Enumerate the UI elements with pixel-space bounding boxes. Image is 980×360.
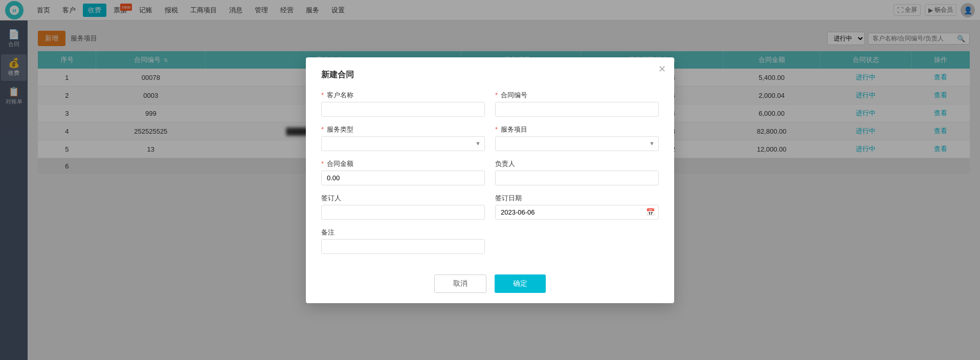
modal-close-button[interactable]: ✕ xyxy=(658,65,666,74)
sign-date-input[interactable] xyxy=(495,205,659,220)
service-item-label: * 服务项目 xyxy=(495,125,659,134)
remark-input[interactable] xyxy=(321,239,485,254)
form-group-service-item: * 服务项目 ▼ xyxy=(495,125,659,151)
sign-date-wrapper: 📅 xyxy=(495,205,659,220)
service-item-select-wrapper: ▼ xyxy=(495,136,659,151)
service-item-select[interactable] xyxy=(495,136,659,151)
amount-input[interactable] xyxy=(321,171,485,185)
new-contract-modal: 新建合同 ✕ * 客户名称 * 合同编号 xyxy=(306,57,674,303)
service-type-label: * 服务类型 xyxy=(321,125,485,134)
form-group-amount: * 合同金额 xyxy=(321,159,485,185)
contract-no-input[interactable] xyxy=(495,102,659,117)
form-group-contract-no: * 合同编号 xyxy=(495,91,659,117)
form-row-5: 备注 xyxy=(321,228,659,254)
remark-label: 备注 xyxy=(321,228,485,237)
form-group-remark: 备注 xyxy=(321,228,485,254)
form-group-customer: * 客户名称 xyxy=(321,91,485,117)
owner-label: 负责人 xyxy=(495,159,659,168)
signer-label: 签订人 xyxy=(321,194,485,203)
form-group-sign-date: 签订日期 📅 xyxy=(495,194,659,220)
form-row-4: 签订人 签订日期 📅 xyxy=(321,194,659,220)
service-type-select[interactable] xyxy=(321,136,485,151)
form-row-1: * 客户名称 * 合同编号 xyxy=(321,91,659,117)
customer-name-input[interactable] xyxy=(321,102,485,117)
service-type-select-wrapper: ▼ xyxy=(321,136,485,151)
amount-label: * 合同金额 xyxy=(321,159,485,168)
form-group-signer: 签订人 xyxy=(321,194,485,220)
signer-input[interactable] xyxy=(321,205,485,220)
form-row-3: * 合同金额 负责人 xyxy=(321,159,659,185)
form-group-owner: 负责人 xyxy=(495,159,659,185)
cancel-button[interactable]: 取消 xyxy=(434,274,486,293)
modal-title: 新建合同 xyxy=(321,70,659,80)
form-group-service-type: * 服务类型 ▼ xyxy=(321,125,485,151)
confirm-button[interactable]: 确定 xyxy=(495,274,546,293)
sign-date-label: 签订日期 xyxy=(495,194,659,203)
contract-no-label: * 合同编号 xyxy=(495,91,659,100)
modal-footer: 取消 确定 xyxy=(321,266,659,293)
customer-name-label: * 客户名称 xyxy=(321,91,485,100)
form-row-2: * 服务类型 ▼ * 服务项目 xyxy=(321,125,659,151)
modal-overlay: 新建合同 ✕ * 客户名称 * 合同编号 xyxy=(0,0,980,360)
owner-input[interactable] xyxy=(495,171,659,185)
